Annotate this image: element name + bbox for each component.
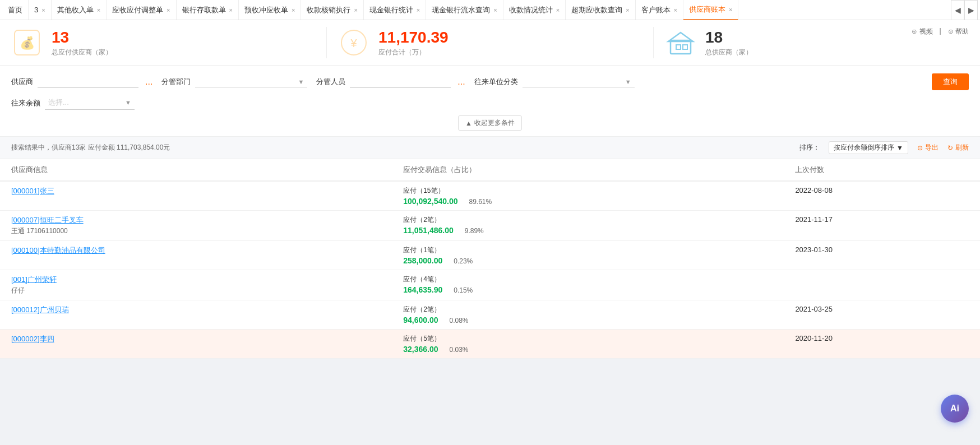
payable-pct: 0.15%	[454, 286, 473, 294]
close-icon[interactable]: ×	[97, 7, 100, 13]
table-body: [000001]张三应付（15笔）100,092,540.0089.61%202…	[0, 181, 980, 359]
supplier-link[interactable]: [000100]本特勤油品有限公司	[11, 246, 105, 254]
last-pay-cell: 2021-03-25	[784, 300, 980, 330]
right-actions: 排序： 按应付余额倒序排序 ▼ ⊙ 导出 ↻ 刷新	[799, 141, 969, 154]
unit-select[interactable]: ▼	[523, 77, 635, 87]
nav-prev-arrow[interactable]: ◀	[951, 0, 964, 20]
payable-cell: 应付（1笔）258,000.000.23%	[392, 241, 784, 270]
nav-item-customer-book[interactable]: 客户账本 ×	[636, 0, 683, 20]
payable-cell: 应付（4笔）164,635.900.15%	[392, 270, 784, 300]
close-icon[interactable]: ×	[729, 6, 732, 13]
nav-item-payment[interactable]: 收款核销执行 ×	[301, 0, 363, 20]
close-icon[interactable]: ×	[354, 7, 357, 13]
supplier-link[interactable]: [001]广州荣轩	[11, 275, 57, 284]
filter-area: 供应商 ... 分管部门 ▼ 分管人员 ... 往来单位分类 ▼ 查询	[0, 66, 980, 137]
header-links: ⊙ 视频 | ⊙ 帮助	[912, 27, 969, 36]
supplier-dots-icon[interactable]: ...	[145, 77, 152, 87]
filter-supplier: 供应商 ...	[11, 76, 152, 88]
balance-filter-label: 往来余额	[11, 98, 40, 108]
stat-card-amount: ¥ 11,170.39 应付合计（万）	[338, 27, 642, 58]
nav-item-cash-stat[interactable]: 现金银行统计 ×	[364, 0, 426, 20]
payable-label: 应付（2笔）	[403, 305, 773, 314]
sort-label: 排序：	[799, 143, 820, 152]
collapse-button[interactable]: ▲ 收起更多条件	[458, 115, 522, 131]
nav-item-adjustment[interactable]: 应收应付调整单 ×	[107, 0, 176, 20]
supplier-link[interactable]: [000001]张三	[11, 187, 54, 195]
nav-item-prepay[interactable]: 预收冲应收单 ×	[239, 0, 301, 20]
nav-item-home[interactable]: 首页	[2, 0, 29, 20]
supplier-link[interactable]: [000012]广州贝瑞	[11, 305, 69, 314]
chevron-down-icon: ▼	[125, 99, 131, 106]
query-button[interactable]: 查询	[932, 73, 969, 90]
table-wrapper: 供应商信息 应付交易信息（占比） 上次付数 [000001]张三应付（15笔）1…	[0, 159, 980, 359]
nav-home-label: 首页	[8, 5, 22, 15]
close-icon[interactable]: ×	[292, 7, 295, 13]
close-icon[interactable]: ×	[674, 7, 677, 13]
nav-item-collect-stat[interactable]: 收款情况统计 ×	[503, 0, 566, 20]
video-link[interactable]: ⊙ 视频	[912, 27, 932, 36]
nav-other-income-label: 其他收入单	[57, 5, 94, 15]
stat-label-amount: 应付合计（万）	[378, 48, 449, 57]
table-row: [001]广州荣轩仔仔应付（4笔）164,635.900.15%	[0, 270, 980, 300]
supplier-cell: [000007]恒旺二手叉车王通 17106110000	[0, 211, 392, 241]
help-link[interactable]: ⊙ 帮助	[948, 27, 969, 36]
last-pay-cell: 2020-11-20	[784, 330, 980, 359]
supplier-link[interactable]: [000002]李四	[11, 335, 54, 343]
payable-label: 应付（15笔）	[403, 186, 773, 196]
ai-button[interactable]: Ai	[941, 395, 969, 423]
nav-customer-book-label: 客户账本	[641, 5, 671, 15]
nav-cash-stat-label: 现金银行统计	[369, 5, 413, 15]
stat-card-suppliers: 💰 13 总应付供应商（家）	[11, 27, 315, 58]
close-icon[interactable]: ×	[417, 7, 420, 13]
close-icon[interactable]: ×	[556, 7, 560, 13]
close-icon[interactable]: ×	[626, 7, 629, 13]
store-icon	[665, 27, 696, 58]
nav-item-3[interactable]: 3 ×	[29, 0, 52, 20]
payable-cell: 应付（5笔）32,366.000.03%	[392, 330, 784, 359]
supplier-input[interactable]	[38, 76, 138, 88]
supplier-icon: 💰	[11, 27, 43, 58]
close-icon[interactable]: ×	[493, 7, 497, 13]
nav-overdue-label: 超期应收款查询	[571, 5, 622, 15]
payable-cell: 应付（2笔）94,600.000.08%	[392, 300, 784, 330]
stat-number-total: 18	[705, 28, 752, 47]
nav-item-cash-flow[interactable]: 现金银行流水查询 ×	[426, 0, 503, 20]
svg-text:¥: ¥	[350, 37, 357, 49]
person-input[interactable]	[350, 76, 451, 88]
nav-item-other-income[interactable]: 其他收入单 ×	[52, 0, 107, 20]
dept-filter-label: 分管部门	[161, 77, 191, 87]
refresh-button[interactable]: ↻ 刷新	[947, 143, 969, 152]
dept-select[interactable]: ▼	[195, 77, 307, 87]
export-icon: ⊙	[917, 144, 923, 152]
close-icon[interactable]: ×	[229, 7, 233, 13]
close-icon[interactable]: ×	[167, 7, 170, 13]
filter-dept: 分管部门 ▼	[161, 77, 307, 87]
collapse-icon: ▲	[465, 119, 472, 127]
sort-value: 按应付余额倒序排序	[834, 143, 894, 152]
close-icon[interactable]: ×	[41, 7, 45, 13]
person-filter-label: 分管人员	[316, 77, 345, 87]
refresh-label: 刷新	[955, 143, 969, 152]
nav-item-overdue[interactable]: 超期应收款查询 ×	[566, 0, 635, 20]
nav-arrows: ◀ ▶	[951, 0, 978, 20]
payable-label: 应付（2笔）	[403, 215, 773, 225]
export-button[interactable]: ⊙ 导出	[917, 143, 939, 152]
nav-bank-label: 银行存取款单	[182, 5, 226, 15]
refresh-icon: ↻	[947, 144, 953, 152]
balance-select[interactable]: 选择... ▼	[45, 96, 135, 110]
last-pay-date: 2023-01-30	[795, 245, 833, 254]
result-text: 搜索结果中，供应商13家 应付金额 111,703,854.00元	[11, 143, 170, 152]
nav-next-arrow[interactable]: ▶	[964, 0, 978, 20]
nav-item-supplier-book[interactable]: 供应商账本 ×	[683, 0, 738, 20]
last-pay-cell: 2021-11-17	[784, 211, 980, 241]
nav-3-label: 3	[34, 6, 38, 14]
stat-divider-2	[653, 27, 654, 58]
payable-amount: 94,600.00	[403, 316, 438, 325]
supplier-link[interactable]: [000007]恒旺二手叉车	[11, 216, 84, 224]
nav-item-bank[interactable]: 银行存取款单 ×	[177, 0, 239, 20]
stat-divider-1	[326, 27, 327, 58]
supplier-filter-label: 供应商	[11, 77, 33, 87]
person-dots-icon[interactable]: ...	[457, 77, 465, 87]
sort-select[interactable]: 按应付余额倒序排序 ▼	[829, 141, 908, 154]
stat-number-amount: 11,170.39	[378, 28, 449, 47]
